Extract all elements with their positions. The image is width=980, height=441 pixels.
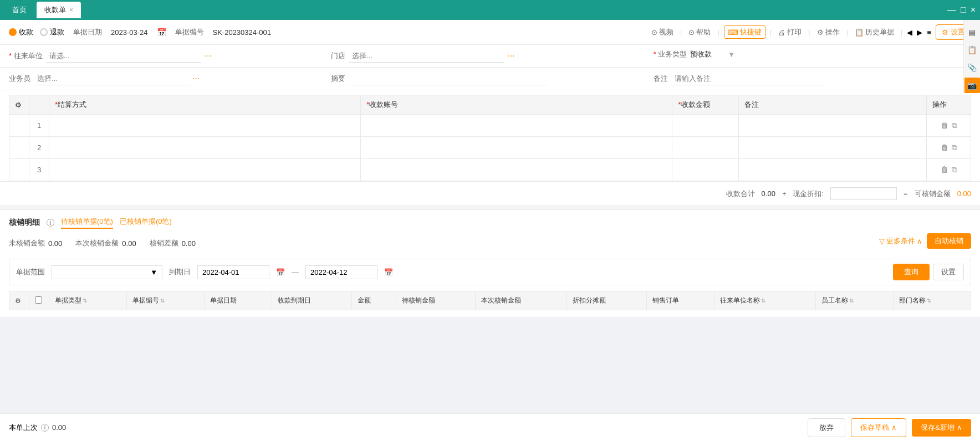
action-operations[interactable]: ⚙ 操作 [815, 26, 842, 38]
query-button[interactable]: 查询 [893, 264, 930, 280]
stat-diff-label: 核销差额 [150, 238, 178, 248]
notes-label: 备注 [654, 74, 668, 84]
action-shortcut[interactable]: ⌨ 快捷键 [724, 25, 765, 39]
action-print[interactable]: 🖨 打印 [776, 26, 804, 38]
row2-account[interactable] [361, 137, 672, 159]
salesman-input[interactable] [34, 72, 189, 85]
panel-screenshot-icon[interactable]: 📷 [964, 78, 980, 93]
window-minimize-icon[interactable]: — [947, 5, 956, 15]
action-help[interactable]: ⊙ 帮助 [686, 26, 713, 38]
row3-settlement[interactable] [49, 159, 361, 181]
nav-next-icon[interactable]: ▶ [917, 28, 922, 37]
nav-tab-receipt[interactable]: 收款单 × [37, 2, 81, 18]
bth-checkbox[interactable] [29, 291, 49, 310]
row1-copy-icon[interactable]: ⧉ [952, 121, 957, 130]
row1-account[interactable] [361, 115, 672, 137]
save-draft-arrow-icon: ∧ [891, 423, 897, 432]
recon-tab-done[interactable]: 已核销单据(0笔) [120, 217, 172, 229]
row1-amount[interactable] [672, 115, 739, 137]
equals-label: = [904, 189, 908, 198]
store-input[interactable] [349, 49, 504, 63]
row2-notes[interactable] [739, 137, 927, 159]
counterparty-more-icon[interactable]: ··· [205, 51, 212, 61]
range-label: 单据范围 [16, 267, 45, 277]
nav-tab-close-icon[interactable]: × [69, 6, 73, 14]
summary-field: 摘要 [331, 72, 649, 85]
range-select[interactable]: ▼ [52, 265, 162, 279]
calendar-to-icon[interactable]: 📅 [384, 268, 393, 276]
stat-diff-value: 0.00 [182, 239, 196, 248]
nav-home[interactable]: 首页 [4, 2, 34, 18]
row2-copy-icon[interactable]: ⧉ [952, 143, 957, 152]
row3-amount[interactable] [672, 159, 739, 181]
row3-notes[interactable] [739, 159, 927, 181]
operations-icon: ⚙ [817, 28, 824, 37]
bottom-table-container: ⚙ 单据类型⇅ 单据编号⇅ 单据日期 收款到期日 金额 待核销金额 本次核销金额… [9, 291, 971, 310]
panel-table-icon[interactable]: ▤ [964, 24, 980, 40]
stat-current-verify-value: 0.00 [122, 239, 136, 248]
summary-input[interactable] [349, 72, 548, 85]
row1-notes[interactable] [739, 115, 927, 137]
scroll-area: 收款 退款 单据日期 2023-03-24 📅 单据编号 SK-20230324… [0, 20, 980, 413]
radio-refund-label: 退款 [50, 27, 64, 37]
row2-settlement[interactable] [49, 137, 361, 159]
auto-verify-button[interactable]: 自动核销 [927, 233, 971, 249]
biz-type-value: 预收款 [690, 49, 723, 59]
date-value: 2023-03-24 [111, 28, 148, 37]
save-draft-button[interactable]: 保存草稿 ∧ [851, 418, 906, 437]
nav-list-icon[interactable]: ≡ [927, 28, 931, 37]
select-all-checkbox[interactable] [35, 296, 42, 304]
row3-copy-icon[interactable]: ⧉ [952, 165, 957, 175]
filter-icon: ▽ [879, 237, 885, 245]
number-value: SK-20230324-001 [213, 28, 272, 37]
th-receipt-account: *收款账号 [361, 95, 672, 115]
row3-delete-icon[interactable]: 🗑 [941, 165, 948, 175]
footer: 本单上次 ℹ 0.00 放弃 保存草稿 ∧ 保存&新增 ∧ [0, 413, 980, 441]
row2-amount[interactable] [672, 137, 739, 159]
bth-counterparty: 往来单位名称⇅ [714, 291, 816, 310]
summary-row: 收款合计 0.00 + 现金折扣: = 可核销金额 0.00 [0, 181, 980, 206]
th-settings[interactable]: ⚙ [9, 95, 29, 115]
more-conditions-btn[interactable]: ▽ 更多条件 ∧ [879, 236, 922, 246]
notes-input[interactable] [671, 72, 826, 85]
nav-prev-icon[interactable]: ◀ [907, 28, 912, 37]
row2-delete-icon[interactable]: 🗑 [941, 143, 948, 152]
window-close-icon[interactable]: × [971, 5, 976, 15]
radio-refund[interactable]: 退款 [40, 27, 64, 37]
footer-info-icon[interactable]: ℹ [41, 424, 49, 432]
verifiable-label: 可核销金额 [915, 189, 951, 199]
discount-input[interactable] [830, 187, 897, 200]
action-video[interactable]: ⊙ 视频 [649, 26, 676, 38]
prev-label: 本单上次 [9, 423, 38, 433]
recon-tab-pending[interactable]: 待核销单据(0笔) [61, 217, 113, 229]
th-settlement-method: *结算方式 [49, 95, 361, 115]
nav-tab-label: 收款单 [44, 5, 66, 15]
save-new-button[interactable]: 保存&新增 ∧ [912, 419, 971, 437]
stat-unverified-value: 0.00 [48, 239, 62, 248]
salesman-more-icon[interactable]: ··· [192, 74, 200, 84]
panel-doc-icon[interactable]: 📋 [964, 42, 980, 58]
calendar-from-icon[interactable]: 📅 [276, 268, 285, 276]
verifiable-value: 0.00 [957, 189, 971, 198]
row1-delete-icon[interactable]: 🗑 [941, 121, 948, 130]
bth-settings[interactable]: ⚙ [9, 291, 29, 310]
counterparty-input[interactable] [46, 49, 201, 63]
due-date-label: 到期日 [169, 267, 191, 277]
row3-account[interactable] [361, 159, 672, 181]
radio-receive[interactable]: 收款 [9, 27, 33, 37]
filter-settings-button[interactable]: 设置 [933, 264, 964, 280]
calendar-icon[interactable]: 📅 [157, 28, 166, 37]
panel-attachment-icon[interactable]: 📎 [964, 60, 980, 75]
action-history[interactable]: 📋 历史单据 [853, 26, 896, 38]
window-maximize-icon[interactable]: □ [961, 5, 966, 15]
counterparty-field: 往来单位 ··· [9, 49, 326, 63]
abandon-button[interactable]: 放弃 [808, 418, 845, 437]
store-more-icon[interactable]: ··· [507, 51, 514, 61]
biz-type-dropdown-icon[interactable]: ▼ [728, 50, 735, 59]
summary-label: 摘要 [331, 74, 345, 84]
due-date-from-input[interactable] [197, 265, 269, 279]
due-date-to-input[interactable] [305, 265, 377, 279]
row1-settlement[interactable] [49, 115, 361, 137]
store-field: 门店 ··· [331, 49, 649, 63]
recon-info-icon[interactable]: ℹ [47, 219, 54, 227]
